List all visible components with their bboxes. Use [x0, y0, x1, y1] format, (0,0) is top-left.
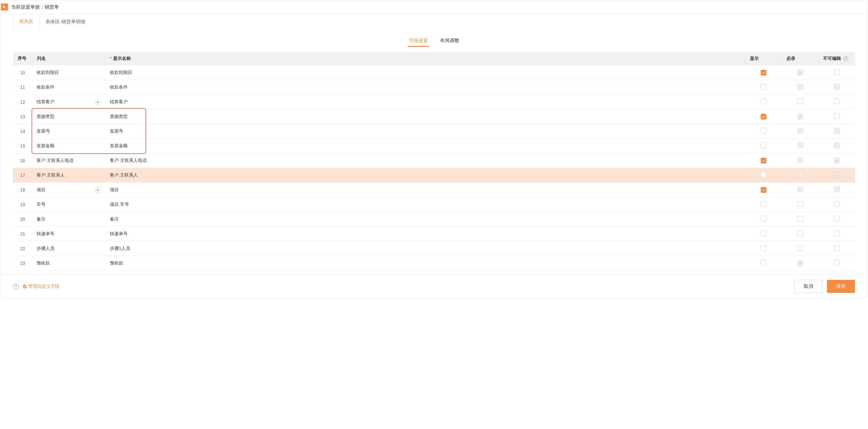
checkbox-show[interactable]	[761, 230, 767, 236]
cell-col-name: 结算客户+	[32, 95, 105, 109]
cell-not-editable	[818, 168, 855, 182]
cell-seq: 10	[13, 65, 32, 80]
main-tabs: 表头区表体区-销货单明细	[0, 14, 868, 29]
checkbox-not-editable[interactable]	[834, 230, 840, 236]
checkbox-show[interactable]	[761, 260, 767, 265]
checkbox-required	[797, 187, 803, 192]
cell-show	[745, 139, 782, 153]
required-star-icon: *	[110, 56, 112, 61]
cell-display-name[interactable]: 项目	[105, 182, 745, 197]
header-required: 必录	[782, 52, 818, 65]
checkbox-show[interactable]	[761, 187, 767, 193]
col-name-text: 结算客户	[37, 99, 55, 105]
checkbox-required[interactable]	[797, 98, 803, 104]
cell-show	[745, 109, 782, 124]
cell-required	[782, 256, 818, 270]
checkbox-required[interactable]	[797, 230, 803, 236]
cell-not-editable	[818, 256, 855, 270]
footer-left: ? 管理自定义字段	[13, 284, 60, 289]
sub-tabs: 字段设置布局调整	[0, 29, 868, 46]
cell-seq: 15	[13, 139, 32, 153]
cell-col-name: 步骤人员	[32, 241, 105, 256]
cell-display-name[interactable]: 收款条件	[105, 80, 745, 95]
checkbox-required	[797, 84, 803, 90]
cell-display-name[interactable]: 快递单号	[105, 227, 745, 241]
col-name-text: 预收款	[37, 260, 50, 266]
chevron-right-icon	[3, 5, 6, 9]
sub-tab-0[interactable]: 字段设置	[408, 35, 429, 46]
cell-display-name[interactable]: 备注	[105, 212, 745, 227]
cell-display-name[interactable]: 客户.主联系人	[105, 168, 745, 182]
cell-required	[782, 65, 818, 80]
add-sub-field-button[interactable]: +	[95, 99, 101, 105]
cell-not-editable	[818, 95, 855, 109]
cell-display-name[interactable]: 步骤1人员	[105, 241, 745, 256]
checkbox-required[interactable]	[797, 201, 803, 207]
manage-custom-fields-link[interactable]: 管理自定义字段	[23, 284, 60, 289]
checkbox-not-editable[interactable]	[834, 201, 840, 207]
cell-display-name[interactable]: 发票号	[105, 124, 745, 139]
cell-not-editable	[818, 124, 855, 139]
cell-show	[745, 80, 782, 95]
cell-seq: 16	[13, 153, 32, 168]
cell-not-editable	[818, 139, 855, 153]
col-name-text: 备注	[37, 217, 45, 222]
col-name-text: 快递单号	[37, 231, 55, 237]
table-row: 15发票金额发票金额	[13, 139, 855, 153]
checkbox-show[interactable]	[761, 201, 767, 207]
checkbox-not-editable[interactable]	[834, 216, 840, 222]
cell-not-editable	[818, 197, 855, 212]
table-row: 22步骤人员步骤1人员	[13, 241, 855, 256]
cell-col-name: 客户.主联系人电话	[32, 153, 105, 168]
cell-required	[782, 241, 818, 256]
table-row: 20备注备注	[13, 212, 855, 227]
checkbox-show[interactable]	[761, 70, 767, 76]
cell-col-name: 项目+	[32, 182, 105, 197]
add-sub-field-button[interactable]: +	[95, 187, 101, 193]
tab-0[interactable]: 表头区	[13, 14, 39, 29]
checkbox-required[interactable]	[797, 216, 803, 222]
expand-toggle-button[interactable]	[1, 3, 8, 10]
checkbox-show[interactable]	[761, 216, 767, 222]
checkbox-show[interactable]	[761, 128, 767, 134]
checkbox-not-editable[interactable]	[834, 245, 840, 251]
cell-display-name[interactable]: 票据类型	[105, 109, 745, 124]
sub-tab-1[interactable]: 布局调整	[439, 35, 460, 46]
checkbox-show[interactable]	[761, 172, 767, 177]
cell-display-name[interactable]: 客户.主联系人电话	[105, 153, 745, 168]
checkbox-required[interactable]	[797, 245, 803, 251]
checkbox-show[interactable]	[761, 98, 767, 104]
cell-col-name: 快递单号	[32, 227, 105, 241]
cell-required	[782, 227, 818, 241]
cell-display-name[interactable]: 项目.车号	[105, 197, 745, 212]
cell-col-name: 票据类型	[32, 109, 105, 124]
cancel-button[interactable]: 取消	[795, 280, 823, 293]
cell-display-name[interactable]: 预收款	[105, 256, 745, 270]
checkbox-not-editable[interactable]	[834, 260, 840, 265]
cell-col-name: 预收款	[32, 256, 105, 270]
checkbox-show[interactable]	[761, 84, 767, 90]
cell-display-name[interactable]: 发票金额	[105, 139, 745, 153]
checkbox-not-editable[interactable]	[834, 113, 840, 119]
checkbox-not-editable	[834, 187, 840, 192]
save-button[interactable]: 保存	[827, 280, 855, 293]
table-row: 16客户.主联系人电话客户.主联系人电话	[13, 153, 855, 168]
tab-1[interactable]: 表体区-销货单明细	[39, 14, 91, 29]
question-icon[interactable]: ?	[13, 284, 19, 289]
cell-not-editable	[818, 80, 855, 95]
checkbox-not-editable[interactable]	[834, 69, 840, 75]
checkbox-show[interactable]	[761, 142, 767, 148]
cell-seq: 18	[13, 182, 32, 197]
checkbox-show[interactable]	[761, 114, 767, 119]
cell-display-name[interactable]: 收款到期日	[105, 65, 745, 80]
checkbox-not-editable[interactable]	[834, 98, 840, 104]
help-icon[interactable]: ?	[843, 56, 848, 61]
cell-display-name[interactable]: 结算客户	[105, 95, 745, 109]
checkbox-show[interactable]	[761, 158, 767, 164]
checkbox-show[interactable]	[761, 245, 767, 251]
cell-seq: 19	[13, 197, 32, 212]
cell-col-name: 备注	[32, 212, 105, 227]
table-row: 14发票号发票号	[13, 124, 855, 139]
col-name-text: 发票号	[37, 128, 50, 134]
cell-col-name: 发票号	[32, 124, 105, 139]
